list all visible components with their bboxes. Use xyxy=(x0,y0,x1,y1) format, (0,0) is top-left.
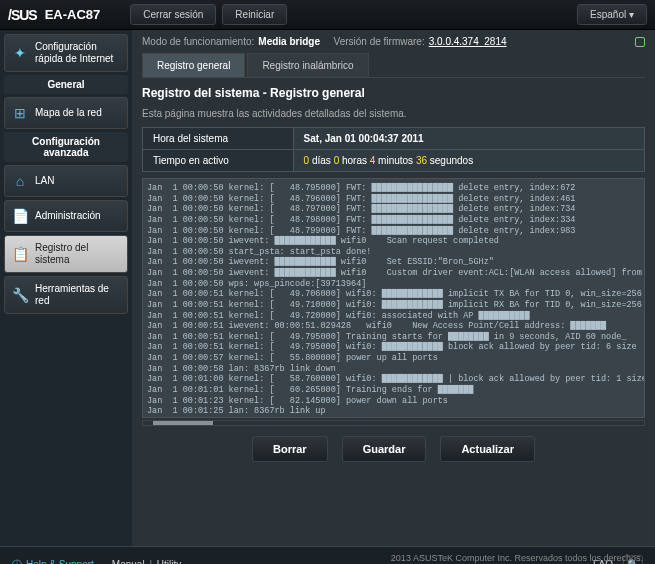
nav-quick-setup[interactable]: ✦ Configuración rápida de Internet xyxy=(4,34,128,72)
nav-network-map[interactable]: ⊞ Mapa de la red xyxy=(4,97,128,129)
row-uptime: Tiempo en activo 0 días 0 horas 4 minuto… xyxy=(143,150,645,172)
system-info-table: Hora del sistema Sat, Jan 01 00:04:37 20… xyxy=(142,127,645,172)
utility-link[interactable]: Utility xyxy=(157,559,181,564)
clear-button[interactable]: Borrar xyxy=(252,436,328,462)
nav-label-map: Mapa de la red xyxy=(35,107,102,119)
action-buttons: Borrar Guardar Actualizar xyxy=(142,436,645,462)
page-description: Esta página muestra las actividades deta… xyxy=(142,108,645,119)
nav-label-syslog: Registro del sistema xyxy=(35,242,121,266)
app-header: /SUS EA-AC87 Cerrar sesión Reiniciar Esp… xyxy=(0,0,655,30)
reboot-button[interactable]: Reiniciar xyxy=(222,4,287,25)
footer-links: Manual | Utility xyxy=(110,559,183,564)
help-support-link[interactable]: Help & Support xyxy=(26,559,94,564)
nav-lan[interactable]: ⌂ LAN xyxy=(4,165,128,197)
save-button[interactable]: Guardar xyxy=(342,436,427,462)
nav-nettools[interactable]: 🔧 Herramientas de red xyxy=(4,276,128,314)
nav-admin[interactable]: 📄 Administración xyxy=(4,200,128,232)
main-container: ✦ Configuración rápida de Internet Gener… xyxy=(0,30,655,546)
tabs: Registro general Registro inalámbrico xyxy=(142,53,645,78)
info-icon: ⓘ xyxy=(12,558,22,565)
language-select[interactable]: Español ▾ xyxy=(577,4,647,25)
uptime-value: 0 días 0 horas 4 minutos 36 segundos xyxy=(293,150,644,172)
row-system-time: Hora del sistema Sat, Jan 01 00:04:37 20… xyxy=(143,128,645,150)
page-title: Registro del sistema - Registro general xyxy=(142,86,645,100)
main-content: Modo de funcionamiento: Media bridge Ver… xyxy=(132,30,655,546)
log-icon: 📋 xyxy=(11,245,29,263)
nav-label-quick: Configuración rápida de Internet xyxy=(35,41,121,65)
nav-label-tools: Herramientas de red xyxy=(35,283,121,307)
nav-syslog[interactable]: 📋 Registro del sistema xyxy=(4,235,128,273)
logout-button[interactable]: Cerrar sesión xyxy=(130,4,216,25)
log-textarea[interactable]: Jan 1 00:00:50 kernel: [ 48.795000] FWT:… xyxy=(142,178,645,418)
model-name: EA-AC87 xyxy=(45,7,101,22)
fw-label: Versión de firmware: xyxy=(334,36,425,47)
manual-link[interactable]: Manual xyxy=(112,559,145,564)
nav-section-general: General xyxy=(4,75,128,94)
language-label: Español xyxy=(590,9,626,20)
tools-icon: 🔧 xyxy=(11,286,29,304)
tab-wireless-log[interactable]: Registro inalámbrico xyxy=(247,53,368,77)
refresh-button[interactable]: Actualizar xyxy=(440,436,535,462)
uptime-label: Tiempo en activo xyxy=(143,150,294,172)
document-icon: 📄 xyxy=(11,207,29,225)
wand-icon: ✦ xyxy=(11,44,29,62)
connection-icon[interactable] xyxy=(635,37,645,47)
time-value: Sat, Jan 01 00:04:37 2011 xyxy=(304,133,424,144)
brand-logo: /SUS xyxy=(8,7,37,23)
fw-link[interactable]: 3.0.0.4.374_2814 xyxy=(429,36,507,47)
sidebar: ✦ Configuración rápida de Internet Gener… xyxy=(0,30,132,546)
nav-section-advanced: Configuración avanzada xyxy=(4,132,128,162)
mode-label: Modo de funcionamiento: xyxy=(142,36,254,47)
horizontal-scrollbar[interactable] xyxy=(142,420,645,426)
scrollbar-thumb[interactable] xyxy=(153,421,213,425)
network-icon: ⊞ xyxy=(11,104,29,122)
nav-label-admin: Administración xyxy=(35,210,101,222)
header-buttons: Cerrar sesión Reiniciar xyxy=(130,4,287,25)
mode-value[interactable]: Media bridge xyxy=(258,36,320,47)
copyright: 2013 ASUSTeK Computer Inc. Reservados to… xyxy=(391,553,643,563)
mode-line: Modo de funcionamiento: Media bridge Ver… xyxy=(142,36,645,47)
tab-general-log[interactable]: Registro general xyxy=(142,53,245,77)
time-label: Hora del sistema xyxy=(143,128,294,150)
nav-label-lan: LAN xyxy=(35,175,54,187)
house-icon: ⌂ xyxy=(11,172,29,190)
